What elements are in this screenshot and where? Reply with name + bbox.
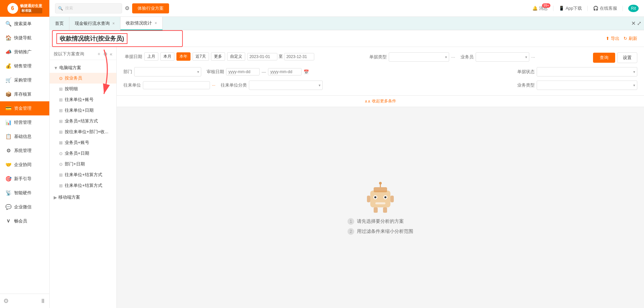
refresh-btn[interactable]: ↻ 刷新 bbox=[624, 36, 637, 42]
salesperson-label: 业务员 bbox=[461, 54, 474, 60]
date-btn-7days[interactable]: 近7天 bbox=[193, 52, 209, 61]
sidebar-item-smart-hw[interactable]: 📡 智能硬件 bbox=[0, 186, 49, 200]
unit-category-select[interactable] bbox=[249, 81, 323, 90]
wechat-icon: 💬 bbox=[5, 204, 11, 210]
sidebar-item-label: 采购管理 bbox=[14, 77, 32, 83]
tab-collection-label: 收款情况统计 bbox=[126, 20, 152, 26]
scheme-item-counterpart-settlement2[interactable]: ⊞ 往来单位+结算方式 bbox=[50, 180, 116, 191]
date-btn-custom[interactable]: 自定义 bbox=[227, 52, 245, 61]
setting-btn[interactable]: 设置 bbox=[617, 52, 637, 63]
scheme-item-counterpart-account[interactable]: ⊞ 往来单位+账号 bbox=[50, 94, 116, 105]
audit-to-input[interactable] bbox=[268, 68, 302, 75]
sidebar-navigation: 🔍 搜索菜单 🏠 快捷导航 📣 营销推广 💰 销售管理 🛒 采购管理 📦 库存核… bbox=[0, 17, 49, 294]
member-icon: V bbox=[5, 218, 11, 224]
scheme-group-pc-header[interactable]: ▼ 电脑端方案 bbox=[50, 63, 116, 73]
add-scheme-btn[interactable]: ＋ bbox=[97, 51, 101, 57]
topbar-search-box[interactable]: 🔍 搜索 bbox=[55, 3, 122, 13]
sidebar-item-business[interactable]: 📊 经营管理 bbox=[0, 115, 49, 130]
collapse-panel-btn[interactable]: « bbox=[110, 51, 112, 57]
industry-solution-btn[interactable]: 体验行业方案 bbox=[132, 3, 169, 13]
svg-rect-8 bbox=[375, 202, 385, 204]
salesperson-more-btn[interactable]: ··· bbox=[531, 54, 535, 60]
scheme-item-counterpart-date[interactable]: ⊞ 往来单位+日期 bbox=[50, 105, 116, 116]
tab-collection[interactable]: 收款情况统计 × bbox=[120, 17, 163, 30]
salesperson-select[interactable] bbox=[476, 52, 529, 62]
tab-bank-flow-close[interactable]: × bbox=[112, 21, 115, 26]
scheme-item-dept-date[interactable]: ⊙ 部门+日期 bbox=[50, 159, 116, 169]
scheme-item-salesperson-account[interactable]: ⊠ 业务员+账号 bbox=[50, 137, 116, 148]
sidebar-item-sales[interactable]: 💰 销售管理 bbox=[0, 59, 49, 73]
scheme-item-salesperson-date[interactable]: ⊙ 业务员+日期 bbox=[50, 148, 116, 159]
topbar-left: 🔍 搜索 ⚙ 体验行业方案 bbox=[55, 3, 169, 13]
scheme-item-salesperson[interactable]: ⊙ 按业务员 bbox=[50, 73, 116, 84]
guide-icon: 🎯 bbox=[5, 176, 11, 182]
doc-type-select[interactable] bbox=[389, 52, 449, 62]
scheme-item-counterpart-dept[interactable]: ⊞ 按往来单位+部门+收... bbox=[50, 126, 116, 137]
sidebar-item-quick-nav[interactable]: 🏠 快捷导航 bbox=[0, 31, 49, 45]
business-icon: 📊 bbox=[5, 119, 11, 125]
calendar-icon[interactable]: 📅 bbox=[304, 69, 309, 74]
maximize-window-btn[interactable]: ⤢ bbox=[637, 20, 641, 27]
scheme-item-label: 部门+日期 bbox=[65, 161, 85, 167]
sidebar-item-member[interactable]: V 畅会员 bbox=[0, 214, 49, 228]
date-btn-this-year[interactable]: 本年 bbox=[176, 52, 191, 61]
scheme-item-label: 业务员+日期 bbox=[65, 150, 89, 156]
date-from-input[interactable] bbox=[247, 53, 277, 60]
export-btn[interactable]: ⬆ 导出 bbox=[606, 36, 620, 42]
messages-btn[interactable]: 🔔 消息 99+ bbox=[532, 5, 548, 11]
date-btn-more[interactable]: 更多 bbox=[211, 52, 225, 61]
refresh-icon: ↻ bbox=[624, 36, 627, 41]
download-icon: 📱 bbox=[559, 6, 564, 11]
sidebar-collapse-btn[interactable]: ⏸ bbox=[40, 297, 46, 305]
date-to-input[interactable] bbox=[284, 53, 314, 60]
date-btn-this-month[interactable]: 本月 bbox=[160, 52, 174, 61]
online-service-btn[interactable]: 🎧 在线客服 bbox=[593, 5, 617, 11]
unit-more-btn[interactable]: ··· bbox=[212, 83, 215, 88]
settings-gear-icon[interactable]: ⚙ bbox=[125, 5, 129, 11]
quick-nav-icon: 🏠 bbox=[5, 35, 11, 41]
collapse-more-btn[interactable]: ∧∧ 收起更多条件 bbox=[365, 98, 396, 104]
tabs-bar: 首页 现金银行流水查询 × 收款情况统计 × ✕ ⤢ bbox=[50, 17, 644, 30]
sidebar-item-basic-info[interactable]: 📋 基础信息 bbox=[0, 130, 49, 144]
scheme-settings-btn[interactable]: ⚙ bbox=[103, 51, 108, 57]
sidebar-item-marketing[interactable]: 📣 营销推广 bbox=[0, 45, 49, 59]
topbar-right: 🔔 消息 99+ 📱 App下载 🎧 在线客服 Rit bbox=[532, 5, 639, 11]
audit-from-input[interactable] bbox=[226, 68, 260, 75]
sidebar-item-enterprise[interactable]: 🤝 企业协同 bbox=[0, 158, 49, 172]
sidebar-item-inventory[interactable]: 📦 库存核算 bbox=[0, 87, 49, 101]
filter-section: 单据日期 上月 本月 本年 近7天 更多 自定义 至 bbox=[117, 47, 644, 96]
scheme-item-label: 往来单位+结算方式 bbox=[65, 183, 102, 189]
search-menu-icon: 🔍 bbox=[5, 21, 11, 27]
doc-type-more-btn[interactable]: ··· bbox=[451, 54, 455, 60]
date-btn-last-month[interactable]: 上月 bbox=[144, 52, 158, 61]
unit-input[interactable] bbox=[143, 81, 210, 89]
logo-icon: 6 bbox=[7, 3, 18, 14]
sidebar-item-finance[interactable]: 💳 资金管理 bbox=[0, 101, 49, 115]
tab-home[interactable]: 首页 bbox=[50, 17, 69, 30]
query-btn[interactable]: 查询 bbox=[593, 53, 615, 63]
sidebar-item-search-menu[interactable]: 🔍 搜索菜单 bbox=[0, 17, 49, 31]
sidebar-settings-btn[interactable]: ⚙ bbox=[3, 297, 9, 305]
scheme-group-pc: ▼ 电脑端方案 ⊙ 按业务员 ⊞ 按明细 ⊞ 往来单位+账号 bbox=[50, 63, 116, 191]
business-type-select[interactable] bbox=[537, 81, 637, 90]
dept-select[interactable] bbox=[134, 67, 201, 76]
scheme-item-detail[interactable]: ⊞ 按明细 bbox=[50, 84, 116, 94]
scheme-item-counterpart-settlement1[interactable]: ⊞ 往来单位+结算方式 bbox=[50, 169, 116, 180]
sidebar-item-purchase[interactable]: 🛒 采购管理 bbox=[0, 73, 49, 87]
service-icon: 🎧 bbox=[593, 6, 598, 11]
app-download-btn[interactable]: 📱 App下载 bbox=[559, 5, 582, 11]
scheme-item-salesperson-settlement[interactable]: ⊞ 业务员+结算方式 bbox=[50, 116, 116, 126]
scheme-group-mobile-header[interactable]: ▶ 移动端方案 bbox=[50, 192, 116, 202]
unit-label: 往来单位 bbox=[123, 82, 141, 88]
scheme-item-label: 按业务员 bbox=[65, 75, 82, 81]
close-window-btn[interactable]: ✕ bbox=[631, 20, 636, 27]
business-type-select-wrapper bbox=[537, 81, 637, 90]
tab-bank-flow[interactable]: 现金银行流水查询 × bbox=[69, 17, 120, 30]
tab-collection-close[interactable]: × bbox=[155, 21, 157, 25]
user-avatar[interactable]: Rit bbox=[628, 6, 639, 11]
sidebar-item-wechat[interactable]: 💬 企业微信 bbox=[0, 200, 49, 214]
sidebar-item-system[interactable]: ⚙ 系统管理 bbox=[0, 144, 49, 158]
sidebar-item-guide[interactable]: 🎯 新手引导 bbox=[0, 172, 49, 186]
doc-status-select[interactable] bbox=[537, 67, 637, 76]
app-title: 畅捷通好生意 bbox=[20, 3, 42, 8]
